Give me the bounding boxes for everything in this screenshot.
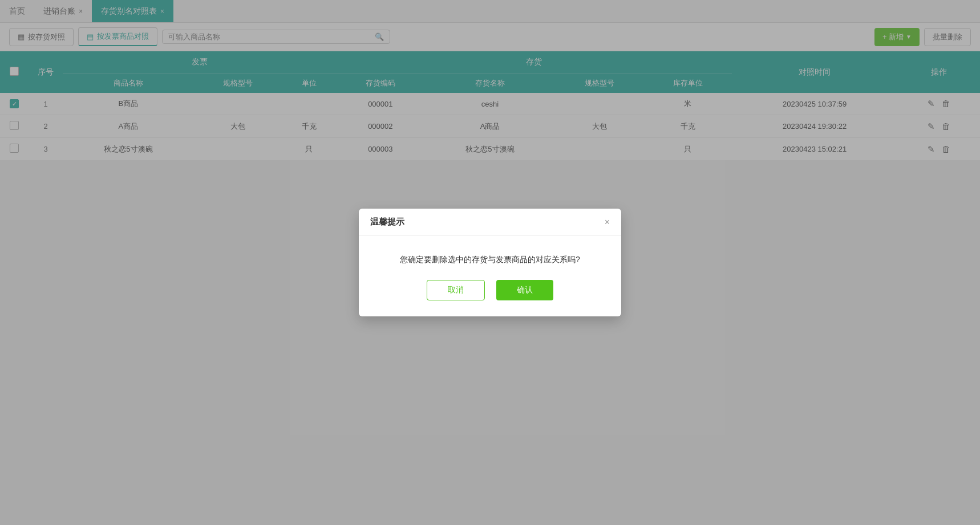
- modal-overlay: 温馨提示 × 您确定要删除选中的存货与发票商品的对应关系吗? 取消 确认: [0, 0, 980, 161]
